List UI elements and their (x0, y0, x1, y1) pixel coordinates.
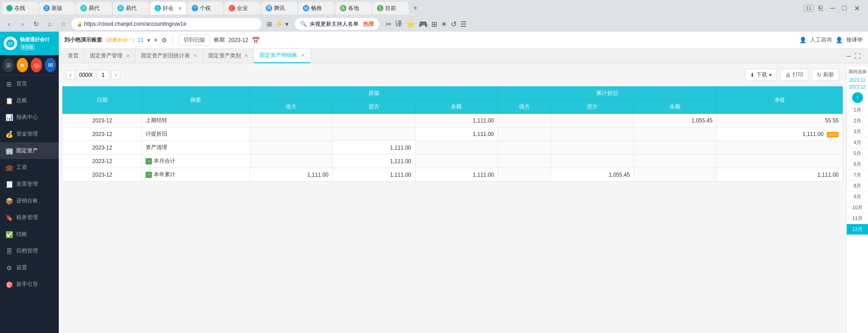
period-up-icon[interactable]: ↑ (852, 92, 863, 103)
grid-icon[interactable]: ⊞ (431, 20, 437, 28)
sidebar-extra-icon-2[interactable]: ★ (17, 58, 28, 72)
page-tab-fa-detail-close[interactable]: ✕ (301, 53, 305, 58)
tab-action-restore[interactable]: ⎗ (816, 3, 826, 13)
period-item-1[interactable]: 1月 (847, 105, 868, 116)
browser-tab-0[interactable]: 🌐 在线 (2, 2, 38, 14)
sidebar-item-fixed-assets-label: 固定资产 (16, 147, 38, 155)
sidebar-item-home[interactable]: ⊞ 首页 (0, 75, 59, 92)
tab-action-11[interactable]: 11 (804, 5, 814, 12)
sidebar-item-payroll[interactable]: 💼 工资 (0, 159, 59, 176)
page-tab-fa-depreciation[interactable]: 固定资产折旧统计表 ✕ (136, 49, 203, 63)
browser-chrome: 🌐 在线 文 新版 易 易代 易 易代 云 好会 ✕ 个 个税 C 企业 腾 (0, 0, 868, 32)
download-button[interactable]: ⬇ 下载 ▾ (745, 69, 777, 81)
main-content: 刘小艳演示账套 (勿删勿动！) 11 ▾ + ⚙ 切到旧版 账期 2023-12… (59, 32, 868, 333)
search-box[interactable]: 🔍 央视更新主持人名单 热搜 (295, 18, 379, 30)
sidebar-item-inventory[interactable]: 📦 进销台账 (0, 192, 59, 209)
period-item-6[interactable]: 6月 (847, 159, 868, 170)
scissors-icon[interactable]: ✂ (386, 20, 392, 28)
browser-tab-8[interactable]: M 畅推 (298, 2, 335, 14)
dropdown-icon[interactable]: ▾ (285, 20, 288, 28)
row3-original-debit (250, 155, 332, 168)
refresh-button[interactable]: ↻ 刷新 (812, 69, 839, 81)
page-tab-home[interactable]: 首页 (62, 49, 85, 63)
lightning-icon[interactable]: ⚡ (275, 20, 283, 28)
tab-expand-icon[interactable]: ⛶ (854, 52, 861, 60)
sidebar-item-reports[interactable]: 📊 报表中心 (0, 109, 59, 126)
period-item-12[interactable]: 12月 (847, 224, 868, 235)
browser-tab-1[interactable]: 文 新版 (39, 2, 75, 14)
address-input[interactable]: 🔒 https://cloud.chanjet.com/accounting/u… (71, 18, 261, 30)
add-account-button[interactable]: + (154, 36, 158, 44)
sidebar-item-fixed-assets[interactable]: 🏢 固定资产 (0, 142, 59, 159)
browser-tab-6[interactable]: C 企业 (224, 2, 260, 14)
brightness-icon[interactable]: ☀ (441, 20, 447, 28)
browser-tab-4[interactable]: 云 好会 ✕ (150, 2, 186, 14)
extensions-icon[interactable]: ⊞ (267, 20, 272, 28)
browser-tab-5[interactable]: 个 个税 (187, 2, 223, 14)
nav-refresh-button[interactable]: ↻ (31, 19, 42, 29)
pagination-next-button[interactable]: › (111, 70, 120, 80)
page-tab-fa-management[interactable]: 固定资产管理 ✕ (85, 49, 136, 63)
star-icon[interactable]: ⭐ (406, 20, 415, 28)
browser-tab-3[interactable]: 易 易代 (113, 2, 149, 14)
page-tab-fa-category-close[interactable]: ✕ (245, 53, 248, 58)
tab-close-4[interactable]: ✕ (178, 6, 182, 11)
sidebar-item-guide[interactable]: 🎯 新手引导 (0, 276, 59, 293)
period-item-8[interactable]: 8月 (847, 181, 868, 192)
nav-home-button[interactable]: ⌂ (44, 19, 55, 29)
sidebar-item-closing[interactable]: ✅ 结账 (0, 226, 59, 243)
period-item-9[interactable]: 9月 (847, 192, 868, 202)
period-item-2[interactable]: 2月 (847, 116, 868, 127)
row0-accum-balance: 1,055.45 (634, 114, 717, 127)
tab-label-6: 企业 (237, 5, 248, 12)
tab-action-maximize[interactable]: □ (840, 3, 849, 13)
page-tab-fa-depreciation-close[interactable]: ✕ (193, 53, 197, 58)
help-label[interactable]: 人工咨询 (810, 36, 832, 44)
translate-icon[interactable]: 译 (395, 19, 402, 29)
settings-gear-icon[interactable]: ⚙ (161, 37, 167, 44)
sidebar-item-archive[interactable]: 🗄 归档管理 (0, 243, 59, 259)
tab-action-minimize[interactable]: ─ (827, 3, 838, 13)
row4-original-balance: 1,111.00 (415, 168, 498, 182)
sidebar-item-ledger[interactable]: 📋 总账 (0, 92, 59, 109)
menu-icon[interactable]: ☰ (460, 20, 467, 28)
nav-bookmark-button[interactable]: ☆ (58, 19, 69, 29)
period-item-11[interactable]: 11月 (847, 213, 868, 224)
print-button[interactable]: 🖨 打印 (780, 69, 808, 81)
switch-version-button[interactable]: 切到旧版 (179, 34, 210, 46)
sidebar-extra-icon-3[interactable]: ◎ (31, 58, 42, 72)
period-item-3[interactable]: 3月 (847, 127, 868, 137)
new-tab-button[interactable]: + (410, 4, 421, 12)
browser-tab-9[interactable]: 各 各地 (335, 2, 372, 14)
browser-tab-7[interactable]: 腾 腾讯 (261, 2, 297, 14)
sidebar-item-settings[interactable]: ⚙ 设置 (0, 259, 59, 276)
sidebar-item-tax[interactable]: 🔖 税务管理 (0, 209, 59, 226)
period-item-7[interactable]: 7月 (847, 170, 868, 181)
history-icon[interactable]: ↺ (451, 20, 457, 28)
browser-tab-10[interactable]: S 目前 (373, 2, 409, 14)
page-number-input[interactable] (97, 70, 109, 80)
sidebar-extra-icon-4[interactable]: ✉ (45, 58, 56, 72)
pagination-prev-button[interactable]: ‹ (66, 70, 75, 80)
tab-minimize-icon[interactable]: ─ (846, 52, 851, 60)
tab-action-close[interactable]: ✕ (851, 3, 863, 14)
tab-icon-9: 各 (340, 5, 346, 11)
sidebar-item-cashflow[interactable]: 💰 资金管理 (0, 126, 59, 142)
data-table: 日期 摘要 原值 累计折旧 净值 借方 贷方 余额 借方 贷方 余额 (62, 86, 843, 182)
period-edit-icon[interactable]: 📅 (252, 37, 259, 44)
page-tab-fa-management-close[interactable]: ✕ (126, 53, 130, 58)
period-item-10[interactable]: 10月 (847, 202, 868, 213)
account-number-input[interactable] (77, 70, 95, 80)
account-dropdown-icon[interactable]: ▾ (147, 37, 150, 43)
sidebar-item-invoice[interactable]: 🧾 发票管理 (0, 176, 59, 192)
period-item-5[interactable]: 5月 (847, 148, 868, 159)
period-item-4[interactable]: 4月 (847, 137, 868, 148)
page-tab-fa-detail[interactable]: 固定资产明细账 ✕ (254, 49, 311, 63)
nav-forward-button[interactable]: › (17, 19, 28, 29)
gamepad-icon[interactable]: 🎮 (419, 20, 428, 28)
browser-tab-2[interactable]: 易 易代 (76, 2, 112, 14)
page-tab-fa-category[interactable]: 固定资产类别 ✕ (203, 49, 254, 63)
hot-search-label: 热搜 (363, 20, 374, 28)
nav-back-button[interactable]: ‹ (4, 19, 14, 29)
sidebar-extra-icon-1[interactable]: ⊞ (3, 58, 14, 72)
